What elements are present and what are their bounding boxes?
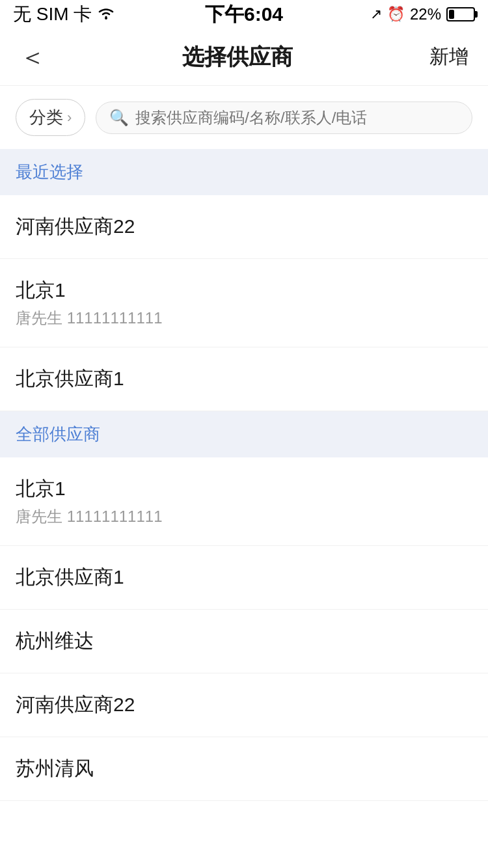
- page-title: 选择供应商: [182, 42, 293, 72]
- list-item[interactable]: 北京供应商1: [0, 546, 488, 610]
- recent-list: 河南供应商22北京1唐先生 11111111111北京供应商1: [0, 195, 488, 411]
- supplier-sub: 唐先生 11111111111: [16, 506, 472, 527]
- battery-percent: 22%: [410, 5, 441, 23]
- carrier-label: 无 SIM 卡: [13, 2, 92, 27]
- supplier-name: 杭州维达: [16, 628, 472, 655]
- category-label: 分类: [29, 106, 63, 129]
- category-button[interactable]: 分类 ›: [16, 99, 85, 136]
- list-item[interactable]: 苏州清风: [0, 737, 488, 801]
- supplier-name: 北京1: [16, 476, 472, 502]
- search-input-wrap[interactable]: 🔍: [96, 102, 472, 134]
- supplier-name: 北京供应商1: [16, 564, 472, 591]
- list-item[interactable]: 河南供应商22: [0, 673, 488, 737]
- svg-point-0: [105, 17, 107, 20]
- search-icon: 🔍: [109, 109, 129, 127]
- list-item[interactable]: 杭州维达: [0, 610, 488, 673]
- nav-bar: ＜ 选择供应商 新增: [0, 29, 488, 86]
- chevron-icon: ›: [67, 109, 72, 126]
- all-label: 全部供应商: [16, 424, 100, 444]
- recent-label: 最近选择: [16, 162, 83, 182]
- supplier-name: 北京供应商1: [16, 366, 472, 392]
- supplier-name: 苏州清风: [16, 755, 472, 782]
- back-button[interactable]: ＜: [20, 39, 46, 75]
- status-icons: ↗ ⏰ 22%: [370, 5, 475, 23]
- battery-icon: [446, 7, 475, 21]
- add-button[interactable]: 新增: [429, 44, 468, 70]
- supplier-name: 北京1: [16, 277, 472, 304]
- supplier-name: 河南供应商22: [16, 692, 472, 718]
- alarm-icon: ⏰: [387, 6, 405, 23]
- all-section-header: 全部供应商: [0, 411, 488, 457]
- wifi-icon: [97, 4, 115, 25]
- time-display: 下午6:04: [205, 1, 283, 28]
- list-item[interactable]: 北京1唐先生 11111111111: [0, 259, 488, 347]
- list-item[interactable]: 河南供应商22: [0, 195, 488, 259]
- carrier-info: 无 SIM 卡: [13, 2, 115, 27]
- list-item[interactable]: 北京1唐先生 11111111111: [0, 457, 488, 546]
- search-bar: 分类 › 🔍: [0, 86, 488, 149]
- search-input[interactable]: [135, 109, 459, 127]
- all-list: 北京1唐先生 11111111111北京供应商1杭州维达河南供应商22苏州清风: [0, 457, 488, 801]
- list-item[interactable]: 北京供应商1: [0, 347, 488, 411]
- supplier-sub: 唐先生 11111111111: [16, 308, 472, 329]
- supplier-name: 河南供应商22: [16, 213, 472, 240]
- location-icon: ↗: [370, 6, 382, 23]
- recent-section-header: 最近选择: [0, 149, 488, 195]
- status-bar: 无 SIM 卡 下午6:04 ↗ ⏰ 22%: [0, 0, 488, 29]
